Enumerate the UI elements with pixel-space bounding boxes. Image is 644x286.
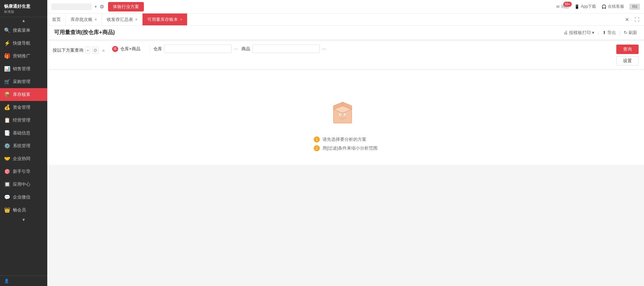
tab-close-icon[interactable]: × — [180, 17, 182, 22]
phone-icon: 📱 — [574, 4, 579, 9]
filter-section-label: 按以下方案查询 + ⚙ « — [53, 45, 106, 54]
sidebar-item-shortcut[interactable]: ⚡ 快捷导航 — [0, 37, 47, 50]
sidebar-item-search[interactable]: 🔍 搜索菜单 — [0, 24, 47, 37]
customer-service-link[interactable]: 🎧 在线客服 — [601, 4, 624, 9]
clipboard-icon: 📋 — [4, 117, 10, 123]
message-icon: ✉ — [556, 4, 560, 9]
user-icon: 👤 — [4, 279, 9, 283]
trial-industry-button[interactable]: 体验行业方案 — [108, 2, 144, 11]
empty-instructions: 1 请先选择要分析的方案 2 用[过滤]条件来缩小分析范围 — [314, 136, 378, 151]
sidebar-item-guide[interactable]: 🎯 新手引导 — [0, 165, 47, 178]
filter-field-warehouse: 仓库 ··· — [153, 45, 238, 53]
svg-text:✦: ✦ — [332, 106, 333, 108]
sidebar-item-inventory[interactable]: 📦 库存核算 — [0, 88, 47, 101]
scheme-item-warehouse-product[interactable]: 库 仓库+商品 — [109, 45, 146, 53]
tab-label: 可用量库存账本 — [147, 17, 178, 23]
warehouse-input[interactable] — [164, 45, 232, 53]
app-download-link[interactable]: 📱 App下载 — [574, 4, 596, 9]
main-area: ▾ ⚙ 体验行业方案 ✉ 消息 99+ 📱 App下载 🎧 在线客服 Rit 首… — [47, 0, 644, 286]
filter-actions: 查询 设置 — [616, 45, 639, 66]
close-tab-button[interactable]: ✕ — [623, 16, 631, 24]
company-name: 畅康通好生意 — [4, 3, 43, 9]
product-input[interactable] — [252, 45, 320, 53]
tab-close-icon[interactable]: × — [95, 17, 97, 22]
export-button[interactable]: ⬆ 导出 — [602, 30, 616, 36]
expand-button[interactable]: ⛶ — [633, 16, 641, 24]
sidebar-item-member[interactable]: 👑 畅会员 — [0, 204, 47, 216]
top-header: ▾ ⚙ 体验行业方案 ✉ 消息 99+ 📱 App下载 🎧 在线客服 Rit — [47, 0, 644, 14]
sidebar-item-label: 销售管理 — [13, 66, 30, 72]
sidebar-item-purchase[interactable]: 🛒 采购管理 — [0, 75, 47, 88]
sidebar-item-operation[interactable]: 📋 经营管理 — [0, 114, 47, 127]
warehouse-label: 仓库 — [153, 46, 162, 52]
product-label: 商品 — [241, 46, 250, 52]
sidebar-item-label: 系统管理 — [13, 143, 30, 149]
gift-icon: 🎁 — [4, 53, 10, 59]
sidebar-item-label: 采购管理 — [13, 79, 30, 85]
sidebar-item-label: 搜索菜单 — [13, 27, 30, 33]
tab-collect-summary[interactable]: 收发存汇总表 × — [102, 14, 143, 25]
sidebar-item-system[interactable]: ⚙️ 系统管理 — [0, 139, 47, 152]
sidebar-item-label: 营销推广 — [13, 53, 30, 59]
printer-icon: 🖨 — [564, 30, 568, 35]
wechat-icon: 💬 — [4, 194, 10, 200]
money-icon: 💰 — [4, 104, 10, 110]
sidebar-item-finance[interactable]: 💰 资金管理 — [0, 101, 47, 114]
sidebar-item-app[interactable]: 🔲 应用中心 — [0, 178, 47, 191]
sidebar-scroll-up[interactable]: ▲ — [0, 17, 47, 24]
sidebar-item-basic[interactable]: 📑 基础信息 — [0, 127, 47, 139]
sidebar-item-enterprise[interactable]: 🤝 企业协同 — [0, 152, 47, 165]
crown-icon: 👑 — [4, 207, 10, 213]
svg-point-6 — [340, 114, 341, 115]
headset-icon: 🎧 — [601, 4, 607, 9]
scheme-icon-label: 库 — [113, 47, 117, 51]
tab-label: 首页 — [52, 17, 61, 23]
filter-settings-button[interactable]: 设置 — [616, 56, 639, 66]
filter-scheme-list: 库 仓库+商品 — [109, 45, 150, 53]
sidebar-item-wechat[interactable]: 💬 企业微信 — [0, 191, 47, 204]
sidebar-scroll-down[interactable]: ▼ — [0, 216, 47, 223]
divider: | — [619, 30, 620, 35]
grid-icon: 🔲 — [4, 181, 10, 187]
sidebar: 畅康通好生意 标准版 ▲ 🔍 搜索菜单 ⚡ 快捷导航 🎁 营销推广 📊 销售管理… — [0, 0, 47, 286]
instruction-num-2: 2 — [314, 145, 320, 151]
tab-batch-ledger[interactable]: 库存批次账 × — [66, 14, 102, 25]
tab-label: 库存批次账 — [71, 17, 93, 23]
sidebar-item-label: 企业微信 — [13, 194, 30, 200]
sidebar-item-label: 快捷导航 — [13, 40, 30, 46]
instruction-text-2: 用[过滤]条件来缩小分析范围 — [323, 145, 378, 151]
product-more-button[interactable]: ··· — [322, 46, 326, 52]
tab-close-icon[interactable]: × — [135, 17, 137, 22]
instruction-num-1: 1 — [314, 136, 320, 142]
page-title: 可用量查询(按仓库+商品) — [54, 29, 115, 36]
scheme-settings-button[interactable]: ⚙ — [92, 47, 99, 54]
add-scheme-button[interactable]: + — [85, 47, 90, 54]
sidebar-bottom: 👤 — [0, 276, 47, 286]
sidebar-item-sales[interactable]: 📊 销售管理 — [0, 62, 47, 75]
print-label: 按模板打印 — [569, 30, 591, 36]
refresh-icon: ↻ — [624, 30, 627, 35]
user-avatar[interactable]: Rit — [629, 4, 640, 10]
tab-home[interactable]: 首页 — [47, 14, 66, 25]
gear-icon: ⚙️ — [4, 143, 10, 149]
message-badge: 99+ — [563, 2, 572, 7]
sidebar-item-marketing[interactable]: 🎁 营销推广 — [0, 50, 47, 62]
sidebar-item-label: 新手引导 — [13, 168, 30, 175]
customer-service-label: 在线客服 — [608, 4, 624, 9]
collapse-button[interactable]: « — [101, 47, 106, 54]
settings-icon[interactable]: ⚙ — [100, 4, 104, 10]
tab-available-ledger[interactable]: 可用量库存账本 × — [143, 14, 187, 25]
query-button[interactable]: 查询 — [616, 45, 639, 54]
print-button[interactable]: 🖨 按模板打印 ▾ — [564, 30, 594, 36]
app-download-label: App下载 — [581, 4, 596, 9]
empty-illustration: ✦ ✦ ✦ — [329, 97, 363, 131]
refresh-button[interactable]: ↻ 刷新 — [624, 30, 637, 36]
scheme-icon: 库 — [112, 46, 118, 52]
instruction-text-1: 请先选择要分析的方案 — [323, 136, 366, 142]
message-link[interactable]: ✉ 消息 99+ — [556, 4, 569, 9]
warehouse-more-button[interactable]: ··· — [234, 46, 238, 52]
breadcrumb-input[interactable] — [51, 3, 92, 10]
scheme-name: 仓库+商品 — [120, 46, 140, 52]
chevron-down-icon[interactable]: ▾ — [95, 4, 97, 9]
sidebar-item-label: 库存核算 — [13, 92, 30, 98]
